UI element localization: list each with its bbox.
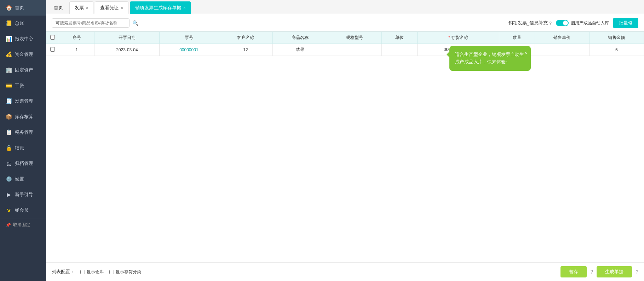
toggle-label: 启用产成品自动入库	[571, 20, 609, 26]
sidebar-label-guide: 新手引导	[15, 191, 33, 198]
archive-icon: 🗂	[6, 161, 12, 167]
row-product: 苹果	[273, 44, 327, 56]
col-header-unit: 单位	[382, 32, 417, 44]
sidebar-item-funds[interactable]: 💰 资金管理	[0, 47, 46, 62]
tab-bar: 首页 发票 × 查看凭证 × 销项发票生成库存单据 ×	[46, 0, 644, 14]
tab-invoice-label: 发票	[75, 5, 84, 11]
sidebar-label-reports: 报表中心	[15, 36, 33, 42]
row-customer: 12	[218, 44, 273, 56]
tax-icon: 📋	[6, 129, 12, 136]
auto-warehouse-toggle[interactable]	[556, 20, 569, 26]
tab-home[interactable]: 首页	[49, 1, 68, 14]
sidebar-item-guide[interactable]: ▶ 新手引导	[0, 187, 46, 202]
show-warehouse-checkbox-label[interactable]: 显示仓库	[80, 269, 104, 275]
row-spec	[327, 44, 382, 56]
sidebar-label-settings: 设置	[15, 176, 24, 182]
sidebar-pin-button[interactable]: 📌 取消固定	[0, 218, 46, 231]
toggle-container: 启用产成品自动入库	[556, 20, 609, 26]
sidebar-item-closing[interactable]: 🔒 结账	[0, 140, 46, 156]
sidebar-item-inventory[interactable]: 📦 库存核算	[0, 109, 46, 125]
sidebar-item-ledger[interactable]: 📒 总账	[0, 16, 46, 31]
sidebar-label-ledger: 总账	[15, 20, 24, 27]
sidebar-item-settings[interactable]: ⚙️ 设置	[0, 171, 46, 187]
sidebar-item-home[interactable]: 🏠 首页	[0, 0, 46, 16]
generate-help-icon[interactable]: ?	[636, 269, 638, 275]
save-help-icon[interactable]: ?	[590, 269, 593, 275]
row-price	[535, 44, 589, 56]
toolbar: 🔍 销项发票_信息补充 ? 启用产成品自动入库 批量修	[46, 14, 644, 31]
col-header-price: 销售单价	[535, 32, 589, 44]
search-input[interactable]	[52, 18, 130, 28]
invoice-icon: 🧾	[6, 98, 12, 104]
sidebar-item-assets[interactable]: 🏢 固定资产	[0, 62, 46, 78]
tooltip-popup: × 适合生产型企业，销项发票自动生成产成品入库，快来体验~	[449, 46, 531, 71]
info-label: 销项发票_信息补充 ?	[508, 20, 552, 26]
search-icon[interactable]: 🔍	[132, 20, 138, 26]
sidebar-pin-label: 取消固定	[13, 222, 30, 228]
sidebar-label-invoice: 发票管理	[15, 98, 33, 104]
wages-icon: 💳	[6, 82, 12, 89]
page-body: 🔍 销项发票_信息补充 ? 启用产成品自动入库 批量修	[46, 14, 644, 281]
sidebar-item-archive[interactable]: 🗂 归档管理	[0, 156, 46, 171]
sidebar-label-tax: 税务管理	[15, 129, 33, 136]
data-table: 序号 开票日期 票号 客户名称 商品名称 规格型号 单位 * 存货名称 数量 销…	[46, 31, 644, 56]
row-ticket-no[interactable]: 00000001	[160, 44, 218, 56]
required-star: *	[448, 35, 451, 40]
sidebar-item-wages[interactable]: 💳 工资	[0, 78, 46, 93]
tooltip-close-button[interactable]: ×	[524, 49, 527, 57]
col-header-customer: 客户名称	[218, 32, 273, 44]
col-header-quantity: 数量	[499, 32, 535, 44]
list-config-label: 列表配置：	[52, 269, 75, 275]
tab-home-label: 首页	[54, 5, 63, 11]
show-stock-category-checkbox[interactable]	[109, 270, 114, 274]
funds-icon: 💰	[6, 51, 12, 58]
generate-button[interactable]: 生成单据	[597, 266, 632, 277]
tab-stock-entry[interactable]: 销项发票生成库存单据 ×	[130, 1, 191, 14]
guide-icon: ▶	[6, 191, 12, 198]
bottom-right: 暂存 ? 生成单据 ?	[560, 266, 638, 277]
pin-icon: 📌	[6, 223, 11, 228]
tab-voucher-close[interactable]: ×	[121, 6, 123, 10]
settings-icon: ⚙️	[6, 176, 12, 182]
sidebar-label-assets: 固定资产	[15, 67, 33, 73]
sidebar-label-archive: 归档管理	[15, 160, 33, 167]
tab-invoice-close[interactable]: ×	[86, 6, 88, 10]
tab-voucher-label: 查看凭证	[100, 5, 119, 11]
table-header-row: 序号 开票日期 票号 客户名称 商品名称 规格型号 单位 * 存货名称 数量 销…	[46, 32, 644, 44]
save-button[interactable]: 暂存	[560, 266, 587, 277]
sidebar-label-vip: 畅会员	[15, 207, 29, 213]
sidebar-item-tax[interactable]: 📋 税务管理	[0, 125, 46, 140]
search-area: 🔍	[52, 18, 138, 28]
col-header-product: 商品名称	[273, 32, 327, 44]
main-content: 首页 发票 × 查看凭证 × 销项发票生成库存单据 × 🔍 销项发票_信息补充	[46, 0, 644, 281]
vip-icon: V	[6, 207, 12, 213]
col-header-ticket-no: 票号	[160, 32, 218, 44]
sidebar-item-vip[interactable]: V 畅会员	[0, 202, 46, 218]
tab-voucher[interactable]: 查看凭证 ×	[95, 1, 128, 14]
row-seq: 1	[59, 44, 94, 56]
batch-button[interactable]: 批量修	[613, 18, 638, 28]
table-container: 序号 开票日期 票号 客户名称 商品名称 规格型号 单位 * 存货名称 数量 销…	[46, 31, 644, 262]
info-help-icon[interactable]: ?	[549, 21, 552, 26]
tab-stock-entry-label: 销项发票生成库存单据	[135, 5, 181, 11]
row-checkbox[interactable]	[50, 47, 55, 52]
sidebar-item-invoice[interactable]: 🧾 发票管理	[0, 93, 46, 109]
col-header-stock-name: * 存货名称	[417, 32, 499, 44]
sidebar-item-reports[interactable]: 📊 报表中心	[0, 31, 46, 47]
reports-icon: 📊	[6, 36, 12, 42]
toolbar-right: 销项发票_信息补充 ? 启用产成品自动入库 批量修	[508, 18, 638, 28]
col-header-spec: 规格型号	[327, 32, 382, 44]
show-warehouse-label: 显示仓库	[87, 269, 104, 275]
ledger-icon: 📒	[6, 20, 12, 27]
sidebar-label-inventory: 库存核算	[15, 114, 33, 120]
bottom-bar: 列表配置： 显示仓库 显示存货分类 暂存 ? 生成单据 ?	[46, 262, 644, 281]
col-header-checkbox	[46, 32, 59, 44]
tab-invoice[interactable]: 发票 ×	[69, 1, 93, 14]
select-all-checkbox[interactable]	[50, 35, 55, 40]
row-amount: 5	[589, 44, 644, 56]
show-warehouse-checkbox[interactable]	[80, 270, 85, 274]
row-unit	[382, 44, 417, 56]
home-icon: 🏠	[6, 5, 12, 11]
tab-stock-entry-close[interactable]: ×	[183, 6, 185, 10]
show-stock-category-checkbox-label[interactable]: 显示存货分类	[109, 269, 141, 275]
